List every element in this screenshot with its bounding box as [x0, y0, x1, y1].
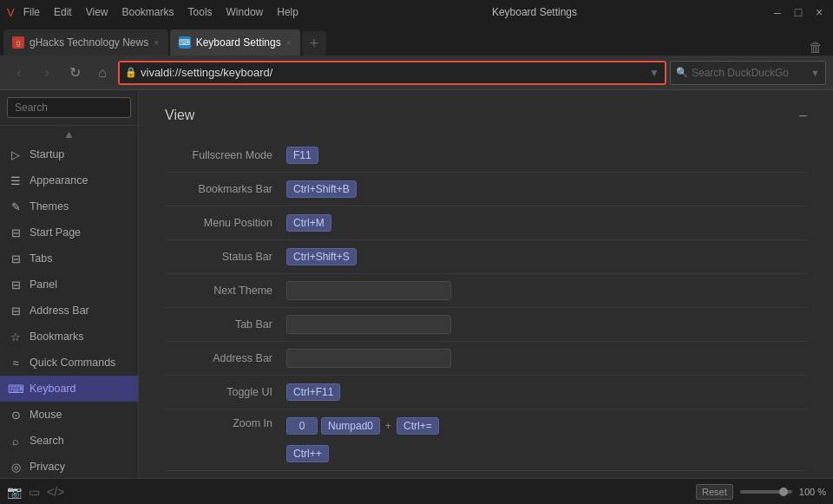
sidebar-item-start-page[interactable]: ⊟ Start Page	[0, 219, 138, 245]
home-button[interactable]: ⌂	[90, 61, 115, 85]
maximize-button[interactable]: □	[791, 5, 805, 19]
sidebar-search-input[interactable]	[7, 97, 131, 118]
forward-button[interactable]: ›	[35, 61, 59, 85]
shortcut-label-next-theme: Next Theme	[165, 285, 286, 297]
shortcut-label-zoom-in: Zoom In	[165, 414, 286, 429]
tab-favicon-keyboard: ⌨	[179, 36, 191, 49]
sidebar-item-quick-commands[interactable]: ≈ Quick Commands	[0, 350, 138, 376]
sidebar-item-address-bar[interactable]: ⊟ Address Bar	[0, 298, 138, 324]
key-ctrl-plusplus[interactable]: Ctrl++	[286, 445, 329, 462]
sidebar-search-wrap	[0, 90, 138, 126]
sidebar-item-appearance[interactable]: ☰ Appearance	[0, 167, 138, 193]
key-numpad0[interactable]: Numpad0	[321, 417, 380, 435]
sidebar-item-bookmarks[interactable]: ☆ Bookmarks	[0, 324, 138, 350]
shortcut-label-status-bar: Status Bar	[165, 251, 286, 263]
sidebar-item-tabs[interactable]: ⊟ Tabs	[0, 245, 138, 272]
key-ctrl-plus[interactable]: Ctrl+=	[397, 417, 439, 435]
minimize-button[interactable]: –	[771, 5, 784, 19]
code-icon[interactable]: </>	[47, 485, 64, 499]
bookmarks-icon: ☆	[9, 330, 23, 344]
zoom-control	[740, 490, 792, 494]
address-dropdown-icon[interactable]: ▼	[649, 67, 659, 79]
tab-close-keyboard[interactable]: ×	[286, 37, 292, 48]
sidebar-item-mouse[interactable]: ⊙ Mouse	[0, 402, 138, 428]
shortcut-keys-bookmarks-bar[interactable]: Ctrl+Shift+B	[286, 177, 807, 201]
key-ctrl-f11[interactable]: Ctrl+F11	[286, 383, 340, 401]
tab-close-ghacks[interactable]: ×	[154, 37, 159, 48]
sidebar-item-privacy[interactable]: ◎ Privacy	[0, 454, 138, 478]
menu-edit[interactable]: Edit	[54, 6, 72, 18]
section-collapse-button[interactable]: –	[799, 108, 807, 123]
tabs-icon: ⊟	[9, 252, 23, 265]
search-bar[interactable]: 🔍 Search DuckDuckGo ▼	[670, 61, 826, 85]
key-f11[interactable]: F11	[286, 147, 318, 164]
back-button[interactable]: ‹	[7, 61, 31, 85]
title-bar: V File Edit View Bookmarks Tools Window …	[0, 0, 833, 24]
sidebar-item-startup[interactable]: ▷ Startup	[0, 141, 138, 167]
shortcut-row-address-bar: Address Bar	[165, 342, 807, 376]
privacy-icon: ◎	[9, 460, 23, 474]
title-bar-left: V File Edit View Bookmarks Tools Window …	[7, 6, 298, 19]
zoom-slider-thumb[interactable]	[779, 488, 788, 496]
search-nav-icon: ⌕	[9, 434, 23, 448]
key-ctrl-shift-s[interactable]: Ctrl+Shift+S	[286, 248, 357, 265]
sidebar-label-bookmarks: Bookmarks	[30, 331, 84, 343]
rect-icon[interactable]: ▭	[29, 485, 40, 499]
sidebar-label-keyboard: Keyboard	[30, 383, 76, 395]
sidebar-label-appearance: Appearance	[30, 174, 88, 187]
section-header: View –	[165, 108, 807, 123]
shortcut-keys-address-bar[interactable]	[286, 346, 807, 370]
sidebar-label-tabs: Tabs	[30, 252, 52, 265]
close-button[interactable]: ×	[812, 5, 826, 19]
shortcut-keys-zoom-out[interactable]: 9 Numpad9 - Ctrl+-	[286, 475, 807, 478]
search-dropdown-icon[interactable]: ▼	[810, 68, 820, 78]
shortcut-keys-toggle-ui[interactable]: Ctrl+F11	[286, 380, 807, 404]
menu-file[interactable]: File	[23, 6, 40, 18]
shortcut-keys-fullscreen[interactable]: F11	[286, 143, 807, 167]
menu-tools[interactable]: Tools	[188, 6, 213, 18]
menu-bookmarks[interactable]: Bookmarks	[122, 6, 174, 18]
empty-key-tab-bar[interactable]	[286, 315, 451, 334]
menu-window[interactable]: Window	[226, 6, 264, 18]
shortcut-label-bookmarks-bar: Bookmarks Bar	[165, 183, 286, 195]
shortcut-keys-zoom-in-line1[interactable]: 0 Numpad0 + Ctrl+=	[286, 414, 439, 438]
trash-icon[interactable]: 🗑	[802, 40, 830, 56]
sidebar-item-search[interactable]: ⌕ Search	[0, 428, 138, 454]
key-0[interactable]: 0	[286, 417, 318, 435]
shortcut-keys-tab-bar[interactable]	[286, 312, 807, 337]
shortcut-keys-menu-position[interactable]: Ctrl+M	[286, 211, 807, 235]
zoom-slider[interactable]	[740, 490, 792, 494]
sidebar-label-start-page: Start Page	[30, 226, 81, 239]
sidebar-scroll-up[interactable]: ▲	[0, 126, 138, 141]
empty-key-address-bar[interactable]	[286, 349, 451, 368]
sidebar-item-panel[interactable]: ⊟ Panel	[0, 272, 138, 298]
sidebar-label-mouse: Mouse	[30, 409, 62, 421]
status-bar: 📷 ▭ </> Reset 100 %	[0, 478, 833, 504]
reload-button[interactable]: ↻	[62, 61, 87, 85]
shortcut-label-menu-position: Menu Position	[165, 217, 286, 229]
themes-icon: ✎	[9, 200, 23, 213]
sidebar-item-themes[interactable]: ✎ Themes	[0, 193, 138, 219]
shortcut-row-next-theme: Next Theme	[165, 274, 807, 308]
keyboard-icon: ⌨	[9, 382, 23, 396]
quick-commands-icon: ≈	[9, 356, 23, 370]
tab-keyboard[interactable]: ⌨ Keyboard Settings ×	[170, 29, 301, 56]
empty-key-next-theme[interactable]	[286, 281, 451, 300]
key-ctrl-shift-b[interactable]: Ctrl+Shift+B	[286, 180, 357, 198]
address-bar[interactable]: 🔒 vivaldi://settings/keyboard/ ▼	[118, 61, 666, 85]
new-tab-button[interactable]: +	[302, 31, 326, 56]
shortcut-keys-next-theme[interactable]	[286, 278, 807, 303]
shortcut-keys-status-bar[interactable]: Ctrl+Shift+S	[286, 245, 807, 269]
reset-button[interactable]: Reset	[696, 484, 733, 500]
sidebar-item-keyboard[interactable]: ⌨ Keyboard	[0, 376, 138, 402]
shortcut-keys-zoom-in-line2[interactable]: Ctrl++	[286, 442, 439, 466]
shortcut-row-toggle-ui: Toggle UI Ctrl+F11	[165, 376, 807, 409]
search-placeholder-text: Search DuckDuckGo	[692, 67, 807, 79]
tab-label-keyboard: Keyboard Settings	[196, 36, 281, 49]
menu-view[interactable]: View	[86, 6, 108, 18]
camera-icon[interactable]: 📷	[7, 485, 22, 499]
tab-ghacks[interactable]: g gHacks Technology News ×	[3, 29, 168, 56]
key-ctrl-m[interactable]: Ctrl+M	[286, 214, 331, 232]
sidebar-label-panel: Panel	[30, 278, 57, 291]
menu-help[interactable]: Help	[277, 6, 298, 18]
